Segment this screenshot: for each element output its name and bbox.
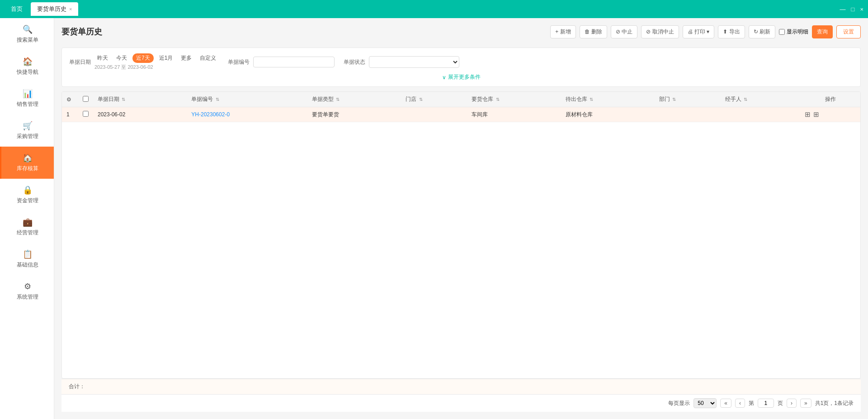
next-page-btn[interactable]: › [787, 399, 797, 408]
last-page-btn[interactable]: » [800, 399, 811, 408]
col-setting[interactable]: ⚙ [62, 92, 78, 107]
quick-nav-icon: 🏠 [23, 57, 33, 67]
col-pending-warehouse[interactable]: 待出仓库 ⇅ [561, 92, 655, 107]
sort-icon-pending-warehouse: ⇅ [590, 97, 593, 102]
sidebar-item-basic-info[interactable]: 📋 基础信息 [0, 243, 54, 275]
col-req-warehouse[interactable]: 要货仓库 ⇅ [467, 92, 561, 107]
minimize-icon[interactable]: — [840, 6, 846, 13]
first-page-btn[interactable]: « [720, 399, 731, 408]
row-actions: ⊞ ⊞ [800, 107, 860, 122]
table-wrapper: ⚙ 单据日期 ⇅ 单据编号 ⇅ 单据类型 [61, 91, 861, 379]
window-close-icon[interactable]: × [860, 6, 863, 13]
add-button-label: + 新增 [555, 28, 571, 36]
settings-button-label: 设置 [843, 28, 854, 36]
shortcut-7days[interactable]: 近7天 [132, 53, 154, 63]
shortcut-1month[interactable]: 近1月 [156, 53, 176, 63]
shortcut-custom[interactable]: 自定义 [197, 53, 219, 63]
sort-icon-order-type: ⇅ [336, 97, 340, 102]
close-icon[interactable]: × [69, 6, 72, 12]
order-no-link[interactable]: YH-20230602-0 [191, 111, 230, 118]
sidebar-item-label: 资金管理 [17, 197, 38, 205]
sidebar-item-inventory[interactable]: 🏠 库存核算 [0, 147, 54, 179]
sort-icon-store: ⇅ [419, 97, 423, 102]
show-detail-checkbox-label[interactable]: 显示明细 [779, 28, 808, 36]
query-button-label: 查询 [817, 28, 828, 36]
purchase-icon: 🛒 [23, 121, 33, 131]
filter-status-label: 单据状态 [344, 58, 365, 66]
filter-status-item: 单据状态 [344, 56, 459, 68]
col-order-no[interactable]: 单据编号 ⇅ [187, 92, 307, 107]
cancel-stop-button-label: ⊘ 取消中止 [646, 28, 674, 36]
sort-icon-req-warehouse: ⇅ [496, 97, 500, 102]
sidebar-item-finance[interactable]: 🔒 资金管理 [0, 179, 54, 211]
edit-icon[interactable]: ⊞ [805, 110, 811, 119]
col-order-no-label: 单据编号 [191, 96, 213, 102]
maximize-icon[interactable]: □ [851, 6, 855, 13]
sales-icon: 📊 [23, 89, 33, 99]
sidebar-item-label: 销售管理 [17, 100, 38, 108]
main-layout: 🔍 搜索菜单 🏠 快捷导航 📊 销售管理 🛒 采购管理 🏠 库存核算 🔒 资金管… [0, 18, 868, 419]
row-index: 1 [62, 107, 78, 122]
show-detail-label: 显示明细 [787, 28, 808, 36]
shortcut-yesterday[interactable]: 昨天 [94, 53, 111, 63]
sidebar-item-operations[interactable]: 💼 经营管理 [0, 211, 54, 243]
cancel-stop-button[interactable]: ⊘ 取消中止 [641, 25, 679, 38]
tab-yaohuodan-label: 要货单历史 [37, 5, 66, 13]
sidebar-item-purchase[interactable]: 🛒 采购管理 [0, 114, 54, 147]
tab-yaohuodan[interactable]: 要货单历史 × [31, 2, 78, 16]
page-size-select[interactable]: 20 50 100 200 [693, 398, 717, 408]
row-store [401, 107, 467, 122]
col-department[interactable]: 部门 ⇅ [655, 92, 721, 107]
col-order-type[interactable]: 单据类型 ⇅ [307, 92, 401, 107]
export-button[interactable]: ⬆ 导出 [718, 25, 745, 38]
sort-icon-department: ⇅ [672, 97, 676, 102]
col-handler[interactable]: 经手人 ⇅ [721, 92, 801, 107]
total-info: 共1页，1条记录 [815, 400, 854, 407]
chevron-down-icon: ∨ [442, 74, 446, 81]
row-select-checkbox[interactable] [83, 111, 89, 117]
sidebar-item-quick-nav[interactable]: 🏠 快捷导航 [0, 50, 54, 82]
stop-button[interactable]: ⊘ 中止 [611, 25, 637, 38]
shortcut-today[interactable]: 今天 [113, 53, 130, 63]
print-button-label: 🖨 打印 ▾ [688, 28, 710, 36]
col-date-label: 单据日期 [98, 96, 119, 102]
row-department [655, 107, 721, 122]
sidebar-item-label: 系统管理 [17, 293, 38, 301]
summary-label: 合计： [69, 383, 85, 390]
system-icon: ⚙ [24, 281, 31, 291]
stop-button-label: ⊘ 中止 [616, 28, 632, 36]
page-number-input[interactable] [758, 399, 774, 408]
filter-orderno-input[interactable] [253, 57, 335, 67]
tab-home[interactable]: 首页 [5, 2, 29, 16]
print-button[interactable]: 🖨 打印 ▾ [683, 25, 715, 38]
filter-status-select[interactable] [369, 56, 459, 68]
col-store-label: 门店 [406, 96, 416, 102]
sidebar-item-search-menu[interactable]: 🔍 搜索菜单 [0, 18, 54, 50]
add-button[interactable]: + 新增 [550, 25, 576, 38]
more-icon[interactable]: ⊞ [813, 110, 819, 119]
show-detail-checkbox[interactable] [779, 29, 785, 35]
content-area: 要货单历史 + 新增 🗑 删除 ⊘ 中止 ⊘ 取消中止 🖨 打印 ▾ [54, 18, 868, 419]
page-size-label: 每页显示 [668, 400, 690, 407]
sidebar-item-sales[interactable]: 📊 销售管理 [0, 82, 54, 114]
col-order-type-label: 单据类型 [312, 96, 334, 102]
sidebar-item-system[interactable]: ⚙ 系统管理 [0, 275, 54, 307]
sidebar-item-label: 采购管理 [17, 133, 38, 140]
prev-page-btn[interactable]: ‹ [735, 399, 745, 408]
row-handler [721, 107, 801, 122]
query-button[interactable]: 查询 [812, 25, 833, 38]
expand-more-btn[interactable]: ∨ 展开更多条件 [69, 73, 853, 81]
delete-button[interactable]: 🗑 删除 [580, 25, 607, 38]
col-store[interactable]: 门店 ⇅ [401, 92, 467, 107]
search-menu-icon: 🔍 [23, 24, 33, 34]
sidebar-item-label: 搜索菜单 [17, 36, 38, 44]
settings-button[interactable]: 设置 [836, 25, 861, 38]
shortcut-more[interactable]: 更多 [178, 53, 194, 63]
select-all-checkbox[interactable] [83, 96, 89, 102]
col-date[interactable]: 单据日期 ⇅ [93, 92, 187, 107]
refresh-button[interactable]: ↻ 刷新 [749, 25, 775, 38]
filter-date-label: 单据日期 [69, 58, 91, 66]
row-pending-warehouse: 原材料仓库 [561, 107, 655, 122]
row-date: 2023-06-02 [93, 107, 187, 122]
export-button-label: ⬆ 导出 [723, 28, 740, 36]
